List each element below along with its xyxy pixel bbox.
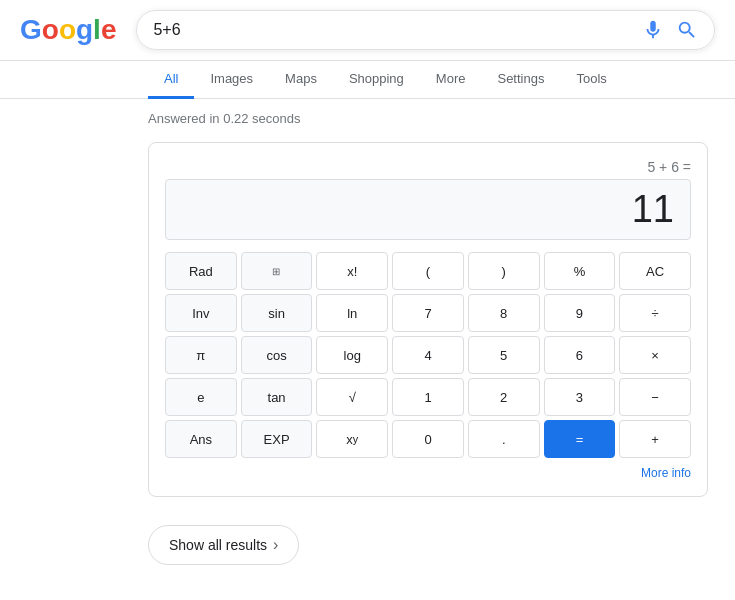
btn-exp[interactable]: EXP: [241, 420, 313, 458]
btn-0[interactable]: 0: [392, 420, 464, 458]
btn-percent[interactable]: %: [544, 252, 616, 290]
btn-ans[interactable]: Ans: [165, 420, 237, 458]
btn-subtract[interactable]: −: [619, 378, 691, 416]
search-input[interactable]: [153, 21, 632, 39]
btn-3[interactable]: 3: [544, 378, 616, 416]
btn-equals[interactable]: =: [544, 420, 616, 458]
btn-ac[interactable]: AC: [619, 252, 691, 290]
btn-sin[interactable]: sin: [241, 294, 313, 332]
content-area: Answered in 0.22 seconds 5 + 6 = 11 Rad …: [0, 99, 735, 585]
tab-more[interactable]: More: [420, 61, 482, 99]
tab-all[interactable]: All: [148, 61, 194, 99]
btn-open-paren[interactable]: (: [392, 252, 464, 290]
show-results-label: Show all results: [169, 537, 267, 553]
btn-add[interactable]: +: [619, 420, 691, 458]
btn-close-paren[interactable]: ): [468, 252, 540, 290]
show-results-button[interactable]: Show all results ›: [148, 525, 299, 565]
btn-6[interactable]: 6: [544, 336, 616, 374]
btn-1[interactable]: 1: [392, 378, 464, 416]
btn-log[interactable]: log: [316, 336, 388, 374]
chevron-right-icon: ›: [273, 536, 278, 554]
btn-pi[interactable]: π: [165, 336, 237, 374]
btn-grid[interactable]: ⊞: [241, 252, 313, 290]
tab-images[interactable]: Images: [194, 61, 269, 99]
btn-sqrt[interactable]: √: [316, 378, 388, 416]
btn-2[interactable]: 2: [468, 378, 540, 416]
btn-tan[interactable]: tan: [241, 378, 313, 416]
calculator-card: 5 + 6 = 11 Rad ⊞ x! ( ) % AC Inv sin ln …: [148, 142, 708, 497]
btn-4[interactable]: 4: [392, 336, 464, 374]
btn-decimal[interactable]: .: [468, 420, 540, 458]
btn-xy[interactable]: xy: [316, 420, 388, 458]
google-logo[interactable]: Google: [20, 14, 116, 46]
btn-5[interactable]: 5: [468, 336, 540, 374]
tab-maps[interactable]: Maps: [269, 61, 333, 99]
btn-e[interactable]: e: [165, 378, 237, 416]
btn-multiply[interactable]: ×: [619, 336, 691, 374]
calc-result: 11: [632, 188, 674, 231]
search-bar-container: [136, 10, 715, 50]
btn-ln[interactable]: ln: [316, 294, 388, 332]
btn-8[interactable]: 8: [468, 294, 540, 332]
btn-rad[interactable]: Rad: [165, 252, 237, 290]
btn-inv[interactable]: Inv: [165, 294, 237, 332]
btn-9[interactable]: 9: [544, 294, 616, 332]
answered-text: Answered in 0.22 seconds: [148, 111, 715, 126]
nav-tabs-bar: All Images Maps Shopping More Settings T…: [0, 61, 735, 99]
btn-divide[interactable]: ÷: [619, 294, 691, 332]
calc-buttons-grid: Rad ⊞ x! ( ) % AC Inv sin ln 7 8 9 ÷ π c…: [165, 252, 691, 458]
search-icon[interactable]: [676, 19, 698, 41]
tab-shopping[interactable]: Shopping: [333, 61, 420, 99]
more-info-link[interactable]: More info: [165, 466, 691, 480]
btn-7[interactable]: 7: [392, 294, 464, 332]
microphone-icon[interactable]: [642, 19, 664, 41]
calc-display: 11: [165, 179, 691, 240]
btn-factorial[interactable]: x!: [316, 252, 388, 290]
btn-cos[interactable]: cos: [241, 336, 313, 374]
header: Google: [0, 0, 735, 61]
calc-expression: 5 + 6 =: [165, 159, 691, 175]
search-icons: [642, 19, 698, 41]
tab-tools[interactable]: Tools: [560, 61, 622, 99]
tab-settings[interactable]: Settings: [481, 61, 560, 99]
